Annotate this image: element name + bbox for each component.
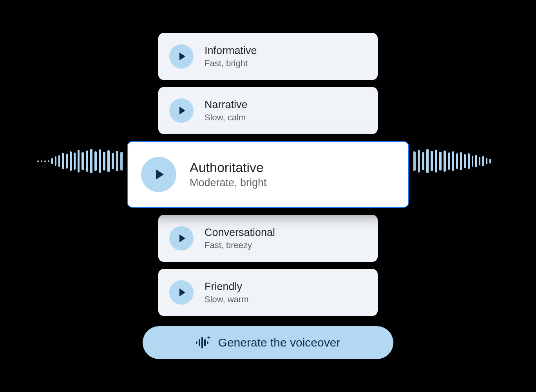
- waveform-left: [37, 149, 123, 173]
- sparkle-waveform-icon: [196, 337, 211, 348]
- voice-title: Friendly: [205, 281, 248, 293]
- voice-card-text: Informative Fast, bright: [205, 45, 257, 69]
- play-button[interactable]: [141, 157, 176, 192]
- voice-subtitle: Slow, calm: [205, 113, 248, 123]
- voice-title: Conversational: [205, 227, 275, 239]
- play-icon: [179, 289, 185, 296]
- voice-subtitle: Fast, bright: [205, 58, 257, 69]
- play-button[interactable]: [169, 226, 194, 250]
- play-icon: [179, 234, 185, 242]
- waveform-right: [413, 149, 491, 173]
- play-icon: [179, 107, 185, 114]
- voice-card-friendly[interactable]: Friendly Slow, warm: [158, 269, 378, 316]
- voice-card-informative[interactable]: Informative Fast, bright: [158, 33, 378, 80]
- voice-title: Authoritative: [190, 160, 267, 175]
- voice-card-authoritative[interactable]: Authoritative Moderate, bright: [127, 141, 409, 208]
- play-button[interactable]: [169, 98, 194, 123]
- voice-subtitle: Slow, warm: [205, 294, 248, 305]
- voice-subtitle: Moderate, bright: [190, 177, 267, 189]
- play-icon: [156, 169, 164, 180]
- voice-card-narrative[interactable]: Narrative Slow, calm: [158, 87, 378, 134]
- voice-card-text: Conversational Fast, breezy: [205, 227, 275, 250]
- voice-selector: Informative Fast, bright Narrative Slow,…: [127, 33, 409, 359]
- play-button[interactable]: [169, 44, 194, 69]
- voice-card-text: Friendly Slow, warm: [205, 281, 248, 305]
- voice-title: Narrative: [205, 99, 248, 111]
- voice-title: Informative: [205, 45, 257, 57]
- voice-card-text: Narrative Slow, calm: [205, 99, 248, 123]
- voice-card-conversational[interactable]: Conversational Fast, breezy: [158, 215, 378, 262]
- generate-label: Generate the voiceover: [218, 336, 340, 349]
- generate-voiceover-button[interactable]: Generate the voiceover: [143, 326, 393, 359]
- voice-subtitle: Fast, breezy: [205, 240, 275, 250]
- play-button[interactable]: [169, 280, 194, 305]
- play-icon: [179, 53, 185, 60]
- voice-card-text: Authoritative Moderate, bright: [190, 160, 267, 189]
